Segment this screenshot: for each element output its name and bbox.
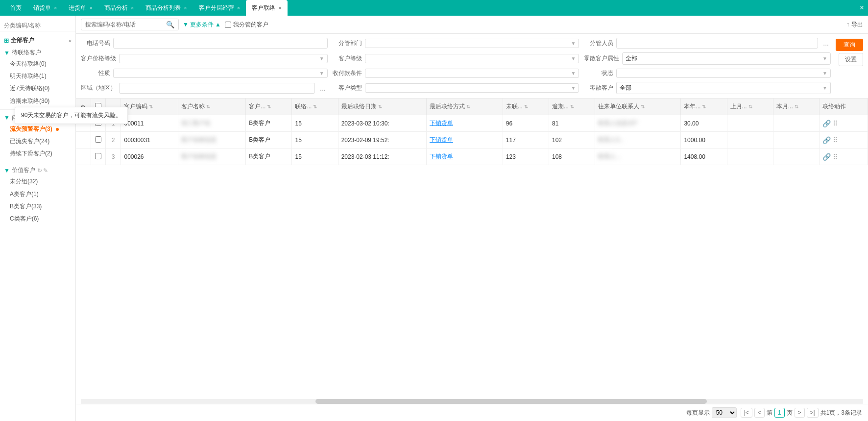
sidebar-item-c-class[interactable]: C类客户(6) [0, 213, 75, 225]
tab-purchase-order[interactable]: 进货单 × [63, 0, 98, 16]
my-customers-checkbox[interactable] [225, 22, 231, 28]
search-box[interactable]: 🔍 [81, 19, 179, 30]
sidebar-search-input[interactable] [4, 22, 76, 29]
close-tab-purchase-order[interactable]: × [89, 5, 92, 11]
value-customers-edit-icon[interactable]: ✎ [43, 167, 48, 174]
row3-no-contact: 123 [503, 149, 549, 165]
sidebar-item-a-class[interactable]: A类客户(1) [0, 188, 75, 200]
row2-select[interactable] [95, 136, 101, 143]
filter-dept-select[interactable]: ▼ [365, 39, 579, 48]
value-customers-refresh-icon[interactable]: ↻ [37, 167, 42, 174]
row1-last-method[interactable]: 下销货单 [426, 115, 503, 132]
filter-icon: ▼ [183, 21, 189, 28]
filter-customer-grade-select[interactable]: ▼ [365, 54, 579, 63]
sidebar-item-overdue-contact[interactable]: 逾期未联络(30) [0, 95, 75, 107]
col-this-month[interactable]: 本月...⇅ [773, 99, 819, 115]
close-tab-product-analysis[interactable]: × [131, 5, 134, 11]
sidebar-item-7day-contact[interactable]: 近7天待联络(0) [0, 82, 75, 95]
row2-name: 客户名称信息 [178, 132, 246, 149]
window-close-button[interactable]: × [860, 3, 864, 12]
close-tab-customer-tier[interactable]: × [237, 5, 240, 11]
row1-grid-icon[interactable]: ⠿ [833, 120, 838, 127]
tab-product-analysis-list[interactable]: 商品分析列表 × [140, 0, 193, 16]
all-customers-header[interactable]: ⊞ 全部客户 « [0, 34, 75, 47]
filter-nature-select[interactable]: ▼ [113, 69, 328, 78]
col-overdue[interactable]: 逾期...⇅ [549, 99, 595, 115]
filter-price-grade: 客户价格等级 ▼ [81, 54, 328, 63]
row1-related: 联系人信息107 [595, 115, 681, 132]
filter-retail-attr-select[interactable]: 全部 ▼ [622, 52, 831, 65]
sidebar-item-today-contact[interactable]: 今天待联络(0) [0, 58, 75, 70]
row2-last-method[interactable]: 下销货单 [426, 132, 503, 149]
row2-grid-icon[interactable]: ⠿ [833, 136, 838, 144]
col-this-year[interactable]: 本年...⇅ [681, 99, 727, 115]
col-name[interactable]: 客户名称⇅ [178, 99, 246, 115]
filter-status-select[interactable]: ▼ [616, 69, 831, 78]
row3-checkbox[interactable] [91, 149, 105, 165]
row3-action-icons: 🔗 ⠿ [822, 153, 865, 161]
query-button[interactable]: 查询 [836, 39, 863, 51]
last-page-button[interactable]: >| [807, 408, 819, 418]
row3-grid-icon[interactable]: ⠿ [833, 153, 838, 161]
sidebar-item-declining[interactable]: 持续下滑客户(2) [0, 148, 75, 160]
sidebar-item-churned[interactable]: 已流失客户(24) [0, 135, 75, 148]
filter-retail-select[interactable]: 全部 ▼ [616, 82, 831, 94]
chevron-down-icon-retail2: ▼ [822, 85, 827, 91]
row1-link-icon[interactable]: 🔗 [822, 120, 831, 127]
main-search-input[interactable] [85, 21, 166, 28]
row1-this-month [773, 115, 819, 132]
next-page-button[interactable]: > [795, 408, 805, 418]
filter-region-more[interactable]: ... [318, 84, 328, 92]
scrollbar-thumb[interactable] [315, 399, 707, 404]
horizontal-scrollbar[interactable] [81, 399, 863, 404]
more-conditions-button[interactable]: ▼ 更多条件 ▲ [183, 21, 221, 29]
col-last-date[interactable]: 最后联络日期⇅ [338, 99, 426, 115]
close-tab-product-analysis-list[interactable]: × [184, 5, 187, 11]
col-type[interactable]: 客户...⇅ [246, 99, 292, 115]
tab-customer-contact[interactable]: 客户联络 × [246, 0, 287, 16]
export-button[interactable]: ↑ 导出 [846, 21, 863, 29]
active-indicator-dot [56, 128, 59, 131]
close-tab-customer-contact[interactable]: × [278, 5, 281, 11]
tab-home[interactable]: 首页 [4, 0, 27, 16]
page-size-select[interactable]: 50 100 200 [712, 407, 737, 418]
sidebar-search-box[interactable]: 🔍 [0, 20, 75, 31]
sidebar-item-churn-warning[interactable]: 流失预警客户(3) [0, 123, 75, 135]
row3-contact: 15 [292, 149, 338, 165]
my-customers-checkbox-label[interactable]: 我分管的客户 [225, 21, 268, 29]
filter-phone-input[interactable] [113, 38, 328, 49]
tab-customer-tier[interactable]: 客户分层经营 × [193, 0, 246, 16]
sidebar-item-tomorrow-contact[interactable]: 明天待联络(1) [0, 70, 75, 82]
row3-link-icon[interactable]: 🔗 [822, 153, 831, 161]
row3-last-month [727, 149, 773, 165]
row2-checkbox[interactable] [91, 132, 105, 149]
filter-region-input[interactable] [119, 83, 315, 94]
row3-last-date: 2023-02-03 11:12: [338, 149, 426, 165]
filter-manager-label: 分管人员 [584, 39, 613, 48]
col-contact[interactable]: 联络...⇅ [292, 99, 338, 115]
col-code[interactable]: 客户编码⇅ [121, 99, 178, 115]
col-last-month[interactable]: 上月...⇅ [727, 99, 773, 115]
col-no-contact[interactable]: 未联...⇅ [503, 99, 549, 115]
main-search-icon[interactable]: 🔍 [166, 21, 174, 28]
filter-payment-select[interactable]: ▼ [365, 69, 579, 78]
tab-product-analysis[interactable]: 商品分析 × [98, 0, 140, 16]
sidebar-item-ungrouped[interactable]: 未分组(32) [0, 175, 75, 188]
filter-price-grade-select[interactable]: ▼ [119, 54, 328, 63]
prev-page-button[interactable]: < [754, 408, 765, 418]
filter-manager-input[interactable] [616, 38, 818, 49]
filter-manager-more[interactable]: ... [821, 39, 831, 47]
row3-type: B类客户 [246, 149, 292, 165]
filter-customer-type-select[interactable]: ▼ [365, 83, 579, 93]
first-page-button[interactable]: |< [741, 408, 752, 418]
settings-button[interactable]: 设置 [839, 53, 863, 66]
row2-link-icon[interactable]: 🔗 [822, 136, 831, 144]
sidebar-item-b-class[interactable]: B类客户(33) [0, 200, 75, 213]
tab-sales-order[interactable]: 销货单 × [27, 0, 63, 16]
col-related[interactable]: 往来单位联系人⇅ [595, 99, 681, 115]
row3-last-method[interactable]: 下销货单 [426, 149, 503, 165]
row3-select[interactable] [95, 153, 101, 159]
col-last-method[interactable]: 最后联络方式⇅ [426, 99, 503, 115]
export-icon: ↑ [846, 21, 849, 28]
close-tab-sales-order[interactable]: × [54, 5, 57, 11]
